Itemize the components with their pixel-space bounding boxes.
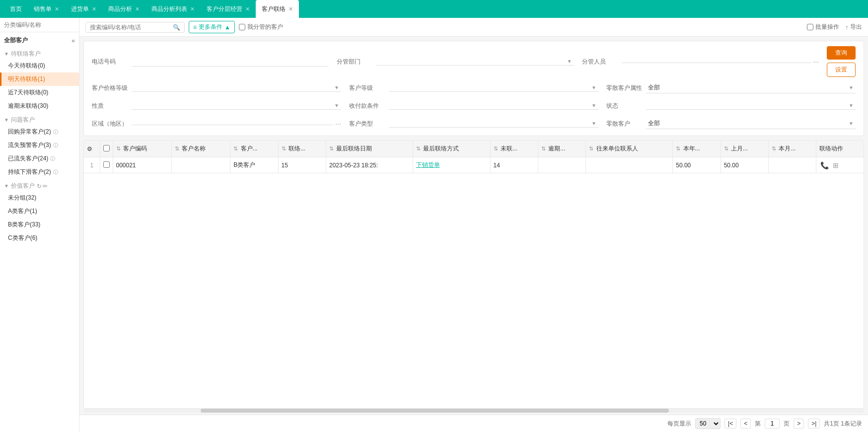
- page-unit-label: 页: [784, 420, 790, 428]
- sidebar-collapse-icon[interactable]: «: [72, 37, 75, 44]
- prev-page-btn[interactable]: <: [740, 419, 751, 429]
- sidebar-item-a-class[interactable]: A类客户(1): [0, 205, 79, 218]
- close-product-analysis[interactable]: ✕: [135, 6, 140, 12]
- retail-customer-label: 零散客户: [606, 120, 646, 128]
- sidebar-item-churn-warning[interactable]: 流失预警客户(3) ⓘ: [0, 139, 79, 152]
- sidebar-item-repurchase-abnormal[interactable]: 回购异常客户(2) ⓘ: [0, 125, 79, 139]
- close-purchase-order[interactable]: ✕: [92, 6, 96, 12]
- filter-cell-area: 区域（地区） ···: [92, 117, 341, 131]
- payment-arrow-icon: ▼: [591, 103, 596, 108]
- search-icon[interactable]: 🔍: [173, 24, 180, 31]
- page-number-input[interactable]: [765, 419, 780, 429]
- last-page-btn[interactable]: >|: [808, 419, 820, 429]
- sidebar-item-today-pending[interactable]: 今天待联络(0): [0, 59, 79, 72]
- per-page-select[interactable]: 50 10 20 100: [695, 418, 721, 429]
- value-refresh-icon[interactable]: ↻: [37, 183, 42, 190]
- payment-select[interactable]: ▼: [389, 102, 598, 110]
- price-level-select[interactable]: ▼: [132, 84, 341, 92]
- dept-arrow-icon: ▼: [567, 59, 572, 64]
- all-customers-header: 全部客户 «: [0, 32, 79, 47]
- phone-input[interactable]: [132, 57, 329, 67]
- nav-customer-contact[interactable]: 客户联络 ✕: [256, 0, 299, 18]
- page-label: 第: [755, 420, 761, 428]
- pending-contact-group: ▼ 待联络客户: [0, 47, 79, 59]
- gender-select[interactable]: ▼: [132, 102, 341, 110]
- batch-operation-btn[interactable]: 批量操作: [807, 23, 839, 31]
- close-product-analysis-list[interactable]: ✕: [190, 6, 195, 12]
- settings-icon[interactable]: ⚙: [87, 145, 92, 152]
- sidebar-item-tomorrow-pending[interactable]: 明天待联络(1): [0, 72, 79, 86]
- nav-customer-stratification[interactable]: 客户分层经营 ✕: [201, 0, 256, 18]
- sidebar: 🔍 全部客户 « ▼ 待联络客户 今天待联络(0) 明天待联络(1) 近7天待联…: [0, 18, 79, 432]
- td-this-year: 50.00: [673, 157, 721, 173]
- sidebar-item-c-class[interactable]: C类客户(6): [0, 231, 79, 245]
- th-checkbox: [100, 141, 113, 157]
- customer-type-select[interactable]: ▼: [389, 120, 598, 128]
- status-select[interactable]: ▼: [646, 102, 856, 110]
- nav-purchase-order[interactable]: 进货单 ✕: [65, 0, 102, 18]
- retail-customer-arrow-icon: ▼: [849, 121, 854, 126]
- total-label: 共1页 1条记录: [824, 420, 862, 428]
- dept-select[interactable]: ▼: [376, 58, 574, 66]
- close-customer-contact[interactable]: ✕: [289, 6, 293, 12]
- filter-cell-gender: 性质 ▼: [92, 99, 341, 113]
- sidebar-item-declining[interactable]: 持续下滑客户(2) ⓘ: [0, 165, 79, 179]
- horizontal-scrollbar[interactable]: [83, 409, 864, 413]
- person-label: 分管人员: [582, 58, 622, 66]
- sidebar-item-churned[interactable]: 已流失客户(24) ⓘ: [0, 152, 79, 165]
- td-contact-count: 15: [278, 157, 326, 173]
- value-edit-icon[interactable]: ✏: [43, 183, 48, 190]
- td-unlink-days: 14: [490, 157, 538, 173]
- contact-way-link[interactable]: 下销货单: [416, 161, 440, 168]
- sidebar-item-b-class[interactable]: B类客户(33): [0, 218, 79, 231]
- sort-icon-overdue: ⇅: [541, 145, 546, 151]
- more-conditions-btn[interactable]: ≡ 更多条件 ▲: [189, 21, 235, 33]
- next-page-btn[interactable]: >: [794, 419, 804, 429]
- my-customers-checkbox[interactable]: [239, 24, 245, 30]
- retail-attr-select[interactable]: 全部 ▼: [646, 82, 856, 93]
- th-last-contact-way: ⇅ 最后联络方式: [413, 141, 490, 157]
- customer-level-select[interactable]: ▼: [389, 84, 598, 92]
- close-customer-stratification[interactable]: ✕: [245, 6, 250, 12]
- select-all-checkbox[interactable]: [103, 145, 110, 151]
- close-sales-order[interactable]: ✕: [55, 6, 59, 12]
- filter-cell-payment: 收付款条件 ▼: [349, 99, 598, 113]
- batch-checkbox[interactable]: [807, 24, 813, 30]
- phone-label: 电话号码: [92, 58, 132, 66]
- search-input[interactable]: [90, 24, 171, 31]
- nav-product-analysis[interactable]: 商品分析 ✕: [102, 0, 145, 18]
- filter-panel: 电话号码 分管部门 ▼ 分管人员 ··· 查询 设置: [83, 41, 864, 136]
- setting-button[interactable]: 设置: [827, 63, 856, 77]
- th-last-month: ⇅ 上月...: [721, 141, 768, 157]
- area-ellipsis-icon[interactable]: ···: [335, 120, 341, 128]
- price-level-arrow-icon: ▼: [334, 85, 339, 90]
- retail-customer-select[interactable]: 全部 ▼: [646, 118, 856, 129]
- nav-sales-order[interactable]: 销售单 ✕: [28, 0, 65, 18]
- sidebar-item-overdue-contact[interactable]: 逾期未联络(30): [0, 99, 79, 113]
- th-customer-code: ⇅ 客户编码: [113, 141, 171, 157]
- customer-type-arrow-icon: ▼: [591, 121, 596, 126]
- info-icon-3: ⓘ: [53, 169, 58, 176]
- content-area: 🔍 ≡ 更多条件 ▲ 我分管的客户 批量操作 ↑ 导出: [79, 18, 868, 432]
- sidebar-search-input[interactable]: [4, 21, 78, 28]
- row-checkbox[interactable]: [103, 161, 110, 168]
- action-more-icon[interactable]: ⊞: [833, 161, 839, 169]
- filter-cell-customer-level: 客户等级 ▼: [349, 81, 598, 95]
- sidebar-item-ungrouped[interactable]: 未分组(32): [0, 191, 79, 205]
- filter-cell-customer-type: 客户类型 ▼: [349, 117, 598, 131]
- first-page-btn[interactable]: |<: [724, 419, 736, 429]
- action-phone-icon[interactable]: 📞: [820, 161, 829, 169]
- td-last-contact-way: 下销货单: [413, 157, 490, 173]
- filter-row-4: 区域（地区） ··· 客户类型 ▼ 零散客户 全部 ▼: [92, 117, 856, 131]
- pagination: 每页显示 50 10 20 100 |< < 第 页 > >| 共1页 1条记录: [79, 415, 868, 432]
- nav-product-analysis-list[interactable]: 商品分析列表 ✕: [145, 0, 201, 18]
- person-ellipsis-icon[interactable]: ···: [813, 58, 819, 66]
- main-layout: 🔍 全部客户 « ▼ 待联络客户 今天待联络(0) 明天待联络(1) 近7天待联…: [0, 18, 868, 432]
- export-btn[interactable]: ↑ 导出: [845, 23, 862, 31]
- td-overdue: [538, 157, 585, 173]
- sidebar-item-7days-pending[interactable]: 近7天待联络(0): [0, 86, 79, 99]
- nav-home[interactable]: 首页: [4, 0, 28, 18]
- td-last-contact-date: 2023-05-23 18:25:: [326, 157, 413, 173]
- query-button[interactable]: 查询: [827, 46, 856, 60]
- filter-cell-phone: 电话号码: [92, 55, 329, 69]
